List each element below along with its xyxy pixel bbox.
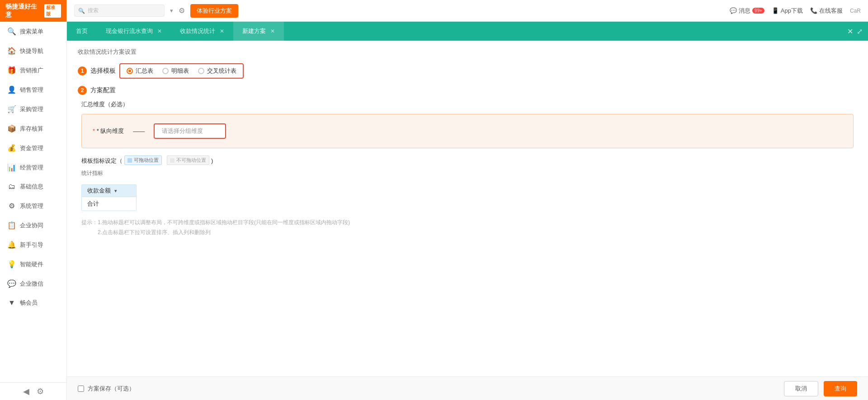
topbar-dropdown-arrow[interactable]: ▾ (170, 7, 173, 14)
cancel-button[interactable]: 取消 (784, 381, 818, 396)
query-button[interactable]: 查询 (824, 381, 857, 396)
download-label: App下载 (781, 7, 803, 15)
tab-new-plan-close-icon[interactable]: ✕ (270, 28, 275, 34)
sidebar-item-inventory[interactable]: 📦 库存核算 (0, 119, 66, 138)
radio-detail-dot (162, 68, 169, 74)
page-title: 收款情况统计方案设置 (78, 48, 857, 56)
section1-number: 1 (78, 66, 87, 75)
system-icon: ⚙ (7, 202, 16, 210)
sidebar-settings-icon[interactable]: ⚙ (37, 386, 44, 396)
tab-new-plan[interactable]: 新建方案 ✕ (233, 22, 284, 41)
sidebar-item-member[interactable]: ▼ 畅会员 (0, 293, 66, 312)
radio-summary[interactable]: 汇总表 (127, 67, 153, 75)
industry-btn[interactable]: 体验行业方案 (190, 4, 238, 18)
sidebar-item-operations[interactable]: 📊 经营管理 (0, 158, 66, 177)
stats-area: 统计指标 收款金额 ▾ 合计 (81, 169, 854, 212)
footer: 方案保存（可选） 取消 查询 (67, 376, 868, 400)
tab-receipts[interactable]: 收款情况统计 ✕ (171, 22, 233, 41)
sidebar-expand-icon[interactable]: ◀ (23, 386, 29, 396)
sidebar-item-finance[interactable]: 💰 资金管理 (0, 138, 66, 158)
marketing-icon: 🎁 (7, 66, 16, 75)
sidebar-item-label: 新手引导 (20, 241, 43, 249)
content-area: 收款情况统计方案设置 1 选择模板 汇总表 明细表 (67, 41, 868, 376)
sidebar-item-label: 经营管理 (20, 164, 43, 172)
download-btn[interactable]: 📱 App下载 (772, 7, 803, 15)
tab-home[interactable]: 首页 (67, 22, 97, 41)
footer-right: 取消 查询 (784, 381, 857, 396)
draggable-label: 可拖动位置 (134, 157, 159, 164)
finance-icon: 💰 (7, 144, 16, 152)
sidebar-item-label: 系统管理 (20, 202, 43, 210)
undraggable-label: 不可拖动位置 (176, 157, 206, 164)
dimension-select[interactable]: 请选择分组维度 (154, 123, 226, 139)
tips-area: 提示：1.拖动标题栏可以调整布局，不可跨维度或指标区域拖动栏目字段(只能在同一维… (81, 218, 854, 237)
sidebar-item-label: 采购管理 (20, 105, 43, 113)
message-icon: 💬 (730, 7, 737, 14)
tab-cashflow[interactable]: 现金银行流水查询 ✕ (97, 22, 171, 41)
metrics-label-text: 模板指标设定（ (81, 157, 123, 164)
stats-row-cell: 合计 (82, 197, 136, 211)
tab-new-plan-label: 新建方案 (242, 27, 266, 35)
wechat-icon: 💬 (7, 279, 16, 288)
radio-cross[interactable]: 交叉统计表 (198, 67, 236, 75)
stats-table: 收款金额 ▾ 合计 (81, 184, 137, 211)
stats-column-chevron[interactable]: ▾ (114, 188, 117, 194)
sidebar-item-guide[interactable]: 🔔 新手引导 (0, 235, 66, 254)
topbar-right-area: 💬 消息 99+ 📱 App下载 📞 在线客服 CaR (730, 7, 861, 15)
sidebar-item-label: 快捷导航 (20, 47, 43, 55)
draggable-tag: 可拖动位置 (124, 155, 162, 165)
search-placeholder-text: 搜索 (88, 7, 99, 14)
tips-title: 提示：1.拖动标题栏可以调整布局，不可跨维度或指标区域拖动栏目字段(只能在同一维… (81, 218, 854, 228)
tab-cashflow-close-icon[interactable]: ✕ (157, 28, 162, 34)
nav-tabs: 首页 现金银行流水查询 ✕ 收款情况统计 ✕ 新建方案 ✕ ✕ ⤢ (67, 22, 868, 41)
section2-header: 2 方案配置 (78, 86, 857, 95)
sidebar-item-label: 资金管理 (20, 144, 43, 152)
tab-expand-icon[interactable]: ⤢ (857, 27, 863, 36)
sidebar-item-label: 基础信息 (20, 183, 43, 191)
support-btn[interactable]: 📞 在线客服 (810, 7, 843, 15)
sidebar-item-label: 企业协同 (20, 221, 43, 230)
search-icon: 🔍 (78, 8, 85, 14)
sales-icon: 👤 (7, 85, 16, 94)
message-btn[interactable]: 💬 消息 99+ (730, 7, 764, 15)
guide-icon: 🔔 (7, 240, 16, 249)
sidebar-item-basic-info[interactable]: 🗂 基础信息 (0, 177, 66, 196)
sidebar-item-enterprise[interactable]: 📋 企业协同 (0, 216, 66, 235)
sidebar-item-marketing[interactable]: 🎁 营销推广 (0, 61, 66, 80)
tip-1: 1.拖动标题栏可以调整布局，不可跨维度或指标区域拖动栏目字段(只能在同一维度或指… (98, 219, 350, 226)
sidebar-item-label: 搜索菜单 (20, 28, 43, 36)
topbar-gear-icon[interactable]: ⚙ (179, 6, 185, 15)
username-display: CaR (850, 8, 861, 14)
section2-number: 2 (78, 86, 87, 95)
radio-detail[interactable]: 明细表 (162, 67, 189, 75)
metrics-label: 模板指标设定（ 可拖动位置 不可拖动位置 ) (81, 155, 854, 165)
member-icon: ▼ (7, 299, 16, 307)
sidebar-item-quick-nav[interactable]: 🏠 快捷导航 (0, 41, 66, 61)
section-config: 2 方案配置 汇总维度（必选） * * 纵向维度 —— 请选择分组维度 (78, 86, 857, 237)
tab-close-icon[interactable]: ✕ (847, 27, 853, 36)
message-label: 消息 (739, 7, 750, 15)
search-menu-icon: 🔍 (7, 27, 16, 36)
topbar-search-box[interactable]: 🔍 搜索 (74, 5, 165, 17)
sidebar-item-wechat[interactable]: 💬 企业微信 (0, 274, 66, 293)
radio-summary-dot (127, 68, 133, 74)
purchase-icon: 🛒 (7, 105, 16, 113)
hardware-icon: 💡 (7, 260, 16, 268)
sidebar-item-label: 畅会员 (20, 299, 38, 307)
dimension-area: * * 纵向维度 —— 请选择分组维度 (81, 114, 854, 148)
sidebar-item-system[interactable]: ⚙ 系统管理 (0, 196, 66, 216)
message-badge: 99+ (752, 8, 764, 14)
sidebar-item-search-menu[interactable]: 🔍 搜索菜单 (0, 22, 66, 41)
sidebar-item-purchase[interactable]: 🛒 采购管理 (0, 99, 66, 119)
quick-nav-icon: 🏠 (7, 47, 16, 55)
sidebar-item-sales[interactable]: 👤 销售管理 (0, 80, 66, 99)
radio-cross-dot (198, 68, 204, 74)
save-plan-checkbox[interactable] (78, 386, 84, 392)
tab-home-label: 首页 (76, 27, 88, 35)
vertical-label-text: * 纵向维度 (97, 127, 124, 134)
tab-receipts-close-icon[interactable]: ✕ (220, 28, 224, 34)
sidebar-bottom: ◀ ⚙ (0, 382, 66, 400)
sidebar-item-hardware[interactable]: 💡 智能硬件 (0, 254, 66, 274)
undraggable-tag: 不可拖动位置 (167, 155, 209, 165)
content-inner: 收款情况统计方案设置 1 选择模板 汇总表 明细表 (67, 41, 868, 376)
